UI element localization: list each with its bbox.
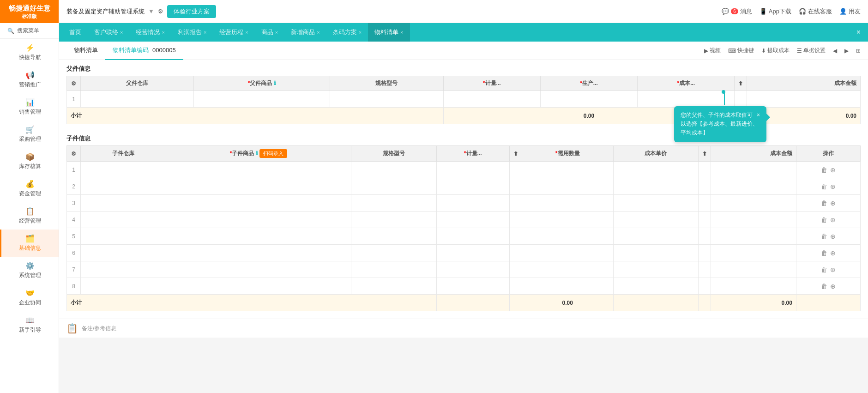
nav-tab-goods[interactable]: 商品 × <box>255 23 284 42</box>
sidebar-item-system[interactable]: ⚙️ 系统管理 <box>0 257 59 284</box>
copy-icon[interactable]: ⊕ <box>830 249 836 257</box>
child-goods-cell[interactable] <box>166 278 351 295</box>
sidebar-item-collab[interactable]: 🤝 企业协同 <box>0 284 59 311</box>
parent-unit-cell[interactable] <box>443 91 540 108</box>
tab-close-icon[interactable]: × <box>204 30 206 35</box>
copy-icon[interactable]: ⊕ <box>830 266 836 273</box>
delete-icon[interactable]: 🗑 <box>821 266 827 273</box>
child-unit-cost-cell[interactable] <box>613 261 699 278</box>
sub-tab-bom-list[interactable]: 物料清单 <box>66 42 105 60</box>
child-unit-cell[interactable] <box>436 245 509 261</box>
nav-tab-bom[interactable]: 物料清单 × <box>368 23 410 42</box>
sidebar-item-quick-nav[interactable]: ⚡ 快捷导航 <box>0 39 59 66</box>
child-goods-cell[interactable] <box>166 261 351 278</box>
view-btn[interactable]: ▶ 视频 <box>704 47 721 54</box>
copy-icon[interactable]: ⊕ <box>830 283 836 290</box>
child-qty-cell[interactable] <box>522 261 613 278</box>
parent-cost-cell[interactable] <box>638 91 735 108</box>
child-warehouse-cell[interactable] <box>81 261 166 278</box>
nav-close-all-button[interactable]: × <box>853 28 864 36</box>
delete-icon[interactable]: 🗑 <box>821 216 827 224</box>
child-unit-cell[interactable] <box>436 278 509 295</box>
child-qty-cell[interactable] <box>522 228 613 245</box>
child-goods-cell[interactable] <box>166 162 351 178</box>
tab-close-icon[interactable]: × <box>275 30 278 35</box>
nav-tab-barcode[interactable]: 条码方案 × <box>326 23 368 42</box>
child-unit-cell[interactable] <box>436 162 509 178</box>
nav-tab-history[interactable]: 经营历程 × <box>213 23 254 42</box>
sidebar-item-finance[interactable]: 💰 资金管理 <box>0 175 59 202</box>
delete-icon[interactable]: 🗑 <box>821 183 827 190</box>
app-download-action[interactable]: 📱 App下载 <box>760 7 791 16</box>
tab-close-icon[interactable]: × <box>245 30 248 35</box>
sidebar-item-guide[interactable]: 📖 新手引导 <box>0 311 59 339</box>
user-action[interactable]: 👤 用友 <box>839 7 861 16</box>
child-spec-cell[interactable] <box>351 228 437 245</box>
tab-close-icon[interactable]: × <box>400 30 403 35</box>
tooltip-close-btn[interactable]: × <box>757 111 760 120</box>
child-qty-cell[interactable] <box>522 195 613 212</box>
copy-icon[interactable]: ⊕ <box>830 200 836 207</box>
delete-icon[interactable]: 🗑 <box>821 233 827 240</box>
sidebar-item-sales[interactable]: 📊 销售管理 <box>0 93 59 121</box>
sidebar-item-basic-info[interactable]: 🗂️ 基础信息 <box>0 230 59 257</box>
parent-goods-cell[interactable] <box>194 91 330 108</box>
parent-spec-cell[interactable] <box>330 91 443 108</box>
child-spec-cell[interactable] <box>351 245 437 261</box>
child-warehouse-cell[interactable] <box>81 195 166 212</box>
sidebar-item-purchase[interactable]: 🛒 采购管理 <box>0 121 59 148</box>
sidebar-item-inventory[interactable]: 📦 库存核算 <box>0 148 59 175</box>
child-goods-cell[interactable] <box>166 245 351 261</box>
child-qty-cell[interactable] <box>522 245 613 261</box>
parent-col-gear[interactable]: ⚙ <box>67 76 81 91</box>
child-qty-cell[interactable] <box>522 278 613 295</box>
grid-view-btn[interactable]: ⊞ <box>856 48 861 54</box>
nav-tab-new-goods[interactable]: 新增商品 × <box>284 23 326 42</box>
message-action[interactable]: 💬 6 消息 <box>722 7 752 16</box>
shortcut-btn[interactable]: ⌨ 快捷键 <box>728 47 754 54</box>
nav-tab-profit[interactable]: 利润报告 × <box>171 23 213 42</box>
tab-close-icon[interactable]: × <box>317 30 319 35</box>
parent-production-cell[interactable] <box>540 91 637 108</box>
child-warehouse-cell[interactable] <box>81 162 166 178</box>
nav-prev-btn[interactable]: ◀ <box>833 48 837 54</box>
child-unit-cost-cell[interactable] <box>613 178 699 195</box>
child-unit-cost-cell[interactable] <box>613 212 699 228</box>
child-unit-cell[interactable] <box>436 212 509 228</box>
child-spec-cell[interactable] <box>351 162 437 178</box>
sub-tab-bom-code[interactable]: 物料清单编码 0000005 <box>105 42 183 60</box>
child-unit-cost-cell[interactable] <box>613 195 699 212</box>
sidebar-item-marketing[interactable]: 📢 营销推广 <box>0 66 59 93</box>
nav-tab-operation[interactable]: 经营情况 × <box>129 23 171 42</box>
nav-tab-home[interactable]: 首页 <box>63 23 88 42</box>
trial-button[interactable]: 体验行业方案 <box>167 5 216 18</box>
single-settings-btn[interactable]: ☰ 单据设置 <box>797 47 826 54</box>
child-spec-cell[interactable] <box>351 261 437 278</box>
child-warehouse-cell[interactable] <box>81 212 166 228</box>
child-unit-cell[interactable] <box>436 178 509 195</box>
child-goods-cell[interactable] <box>166 212 351 228</box>
tab-close-icon[interactable]: × <box>359 30 362 35</box>
tab-close-icon[interactable]: × <box>162 30 164 35</box>
child-spec-cell[interactable] <box>351 212 437 228</box>
delete-icon[interactable]: 🗑 <box>821 283 827 290</box>
nav-next-btn[interactable]: ▶ <box>844 48 849 54</box>
tab-close-icon[interactable]: × <box>120 30 123 35</box>
child-unit-cell[interactable] <box>436 261 509 278</box>
child-goods-cell[interactable] <box>166 228 351 245</box>
copy-icon[interactable]: ⊕ <box>830 166 836 174</box>
child-goods-cell[interactable] <box>166 195 351 212</box>
child-warehouse-cell[interactable] <box>81 245 166 261</box>
child-unit-cost-cell[interactable] <box>613 162 699 178</box>
copy-icon[interactable]: ⊕ <box>830 216 836 224</box>
nav-tab-customer[interactable]: 客户联络 × <box>88 23 129 42</box>
child-unit-cell[interactable] <box>436 195 509 212</box>
child-spec-cell[interactable] <box>351 278 437 295</box>
child-warehouse-cell[interactable] <box>81 178 166 195</box>
delete-icon[interactable]: 🗑 <box>821 166 827 174</box>
child-qty-cell[interactable] <box>522 212 613 228</box>
child-unit-cost-cell[interactable] <box>613 278 699 295</box>
delete-icon[interactable]: 🗑 <box>821 200 827 207</box>
parent-warehouse-cell[interactable] <box>81 91 194 108</box>
online-service-action[interactable]: 🎧 在线客服 <box>799 7 832 16</box>
